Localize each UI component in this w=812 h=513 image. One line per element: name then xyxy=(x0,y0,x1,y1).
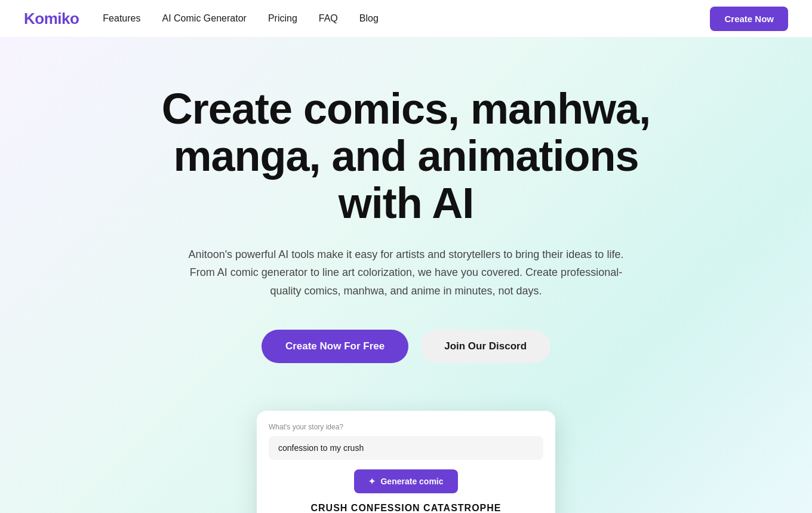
preview-card: What's your story idea? confession to my… xyxy=(257,411,555,513)
hero-buttons: Create Now For Free Join Our Discord xyxy=(24,330,788,363)
preview-generate-button[interactable]: ✦ Generate comic xyxy=(354,469,457,493)
sparkle-icon: ✦ xyxy=(368,477,376,486)
main-nav: Features AI Comic Generator Pricing FAQ … xyxy=(103,13,378,24)
preview-input-box: confession to my crush xyxy=(269,436,543,460)
header-create-now-button[interactable]: Create Now xyxy=(710,7,788,31)
logo[interactable]: Komiko xyxy=(24,10,79,28)
hero-section: Create comics, manhwa, manga, and animat… xyxy=(0,38,812,513)
preview-input-label: What's your story idea? xyxy=(269,423,543,431)
preview-generate-button-label: Generate comic xyxy=(380,477,443,486)
nav-blog[interactable]: Blog xyxy=(359,13,379,24)
nav-features[interactable]: Features xyxy=(103,13,140,24)
header: Komiko Features AI Comic Generator Prici… xyxy=(0,0,812,38)
create-now-free-button[interactable]: Create Now For Free xyxy=(262,330,408,363)
nav-faq[interactable]: FAQ xyxy=(319,13,338,24)
nav-pricing[interactable]: Pricing xyxy=(268,13,297,24)
logo-text: Komiko xyxy=(24,10,79,28)
preview-comic-title: CRUSH CONFESSION CATASTROPHE xyxy=(269,503,543,513)
header-left: Komiko Features AI Comic Generator Prici… xyxy=(24,10,379,28)
join-discord-button[interactable]: Join Our Discord xyxy=(420,330,550,363)
hero-title: Create comics, manhwa, manga, and animat… xyxy=(137,85,675,228)
nav-ai-comic-generator[interactable]: AI Comic Generator xyxy=(162,13,246,24)
hero-description: Anitoon's powerful AI tools make it easy… xyxy=(179,245,633,300)
